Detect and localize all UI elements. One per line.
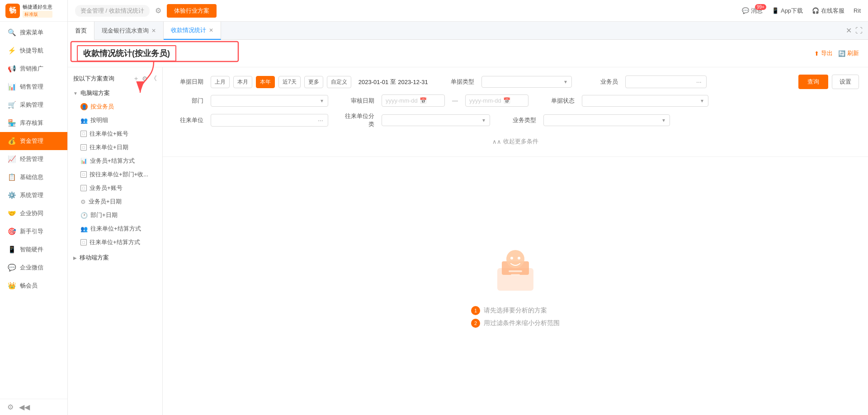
sidebar-item-basic[interactable]: 📋 基础信息 <box>0 168 67 186</box>
panel-item-partner-method1[interactable]: 👥 往来单位+结算方式 <box>68 222 162 236</box>
export-icon: ⬆ <box>814 50 819 57</box>
doc-type-chevron: ▾ <box>564 79 567 85</box>
message-btn[interactable]: 💬 消息 99+ <box>742 7 763 15</box>
page-header: 收款情况统计(按业务员) ⬆ 导出 🔄 刷新 <box>68 40 868 67</box>
calendar-icon2: 📅 <box>503 97 510 104</box>
sidebar-item-hardware[interactable]: 📱 智能硬件 <box>0 241 67 259</box>
sidebar-item-inventory[interactable]: 🏪 库存核算 <box>0 114 67 132</box>
query-btn[interactable]: 查询 <box>798 75 828 89</box>
salesman-select[interactable]: ··· <box>625 75 707 88</box>
salesman-more-icon[interactable]: ··· <box>696 78 702 85</box>
partner-more-icon[interactable]: ··· <box>318 117 323 124</box>
panel-item-partner-method2[interactable]: □ 往来单位+结算方式 <box>68 236 162 249</box>
sidebar-item-marketing[interactable]: 📢 营销推广 <box>0 60 67 78</box>
empty-tips: 1 请先选择要分析的方案 2 用过滤条件来缩小分析范围 <box>471 306 560 331</box>
header-settings-icon[interactable]: ⚙ <box>155 6 161 15</box>
sidebar-item-capital[interactable]: 💰 资金管理 <box>0 132 67 150</box>
panel-item-partner-dept[interactable]: □ 按往来单位+部门+收... <box>68 168 162 181</box>
custom-btn[interactable]: 自定义 <box>327 76 351 88</box>
salesman-label: 业务员 <box>586 78 618 86</box>
trial-btn[interactable]: 体验行业方案 <box>167 4 217 18</box>
panel-item-dept-date[interactable]: 🕐 部门+日期 <box>68 208 162 222</box>
partner-category-select[interactable]: ▾ <box>382 114 490 126</box>
filter-row-3: 往来单位 ··· 往来单位分类 ▾ 业务类型 ▾ <box>172 112 859 128</box>
online-service-btn[interactable]: 🎧 在线客服 <box>812 7 844 15</box>
tab-bank-flow-close[interactable]: ✕ <box>151 28 156 34</box>
audit-to-input[interactable]: yyyy-mm-dd 📅 <box>465 94 528 107</box>
sidebar-item-operation[interactable]: 📈 经营管理 <box>0 150 67 168</box>
more-btn[interactable]: 更多 <box>304 76 323 88</box>
page-actions: ⬆ 导出 🔄 刷新 <box>814 49 859 57</box>
panel-header-actions: ＋ ⚙ 《 <box>133 75 157 83</box>
service-icon: 🎧 <box>812 7 819 14</box>
panel-item-salesman-method[interactable]: 📊 业务员+结算方式 <box>68 154 162 168</box>
mobile-section-title[interactable]: ▶ 移动端方案 <box>68 251 162 264</box>
username-display[interactable]: Rit <box>854 7 861 14</box>
sidebar-footer: ⚙ ◀◀ <box>0 399 67 415</box>
refresh-btn[interactable]: 🔄 刷新 <box>838 49 859 57</box>
panel-collapse-btn[interactable]: 《 <box>151 75 157 83</box>
tab-receipt-stats-close[interactable]: ✕ <box>209 27 213 33</box>
salesman-date-icon: ⚙ <box>80 198 86 205</box>
panel-header-label: 按以下方案查询 <box>73 75 114 83</box>
partner-label: 往来单位 <box>172 116 203 124</box>
empty-state: 1 请先选择要分析的方案 2 用过滤条件来缩小分析范围 <box>163 157 868 415</box>
sidebar-item-guide[interactable]: 🎯 新手引导 <box>0 222 67 241</box>
sidebar-item-member[interactable]: 👑 畅会员 <box>0 277 67 295</box>
desktop-section-title[interactable]: ▼ 电脑端方案 <box>68 86 162 100</box>
dept-select[interactable]: ▾ <box>211 95 328 107</box>
doc-status-select[interactable]: ▾ <box>582 95 708 107</box>
main-content: 资金管理 / 收款情况统计 ⚙ 体验行业方案 💬 消息 99+ 📱 App下载 … <box>68 0 868 415</box>
sidebar-item-purchase[interactable]: 🛒 采购管理 <box>0 96 67 114</box>
panel-item-salesman-account[interactable]: □ 业务员+账号 <box>68 181 162 195</box>
filter-area: 单据日期 上月 本月 本年 近7天 更多 自定义 2023-01-01 至 <box>163 67 868 157</box>
panel-add-btn[interactable]: ＋ <box>133 75 139 83</box>
partner-category-chevron: ▾ <box>482 117 485 123</box>
empty-tip-2: 2 用过滤条件来缩小分析范围 <box>471 319 560 328</box>
date-label: 单据日期 <box>172 78 203 86</box>
sidebar-item-sales[interactable]: 📊 销售管理 <box>0 78 67 96</box>
tabs-bar: 首页 现金银行流水查询 ✕ 收款情况统计 ✕ ✕ ⛶ <box>68 22 868 40</box>
svg-point-3 <box>510 257 513 259</box>
content-body: 按以下方案查询 ＋ ⚙ 《 ▼ 电脑端方案 👤 按业务员 <box>68 67 868 415</box>
partner-select[interactable]: ··· <box>211 114 328 127</box>
tab-close-all-icon[interactable]: ✕ <box>846 26 852 35</box>
tab-receipt-stats[interactable]: 收款情况统计 ✕ <box>164 22 221 40</box>
dept-date-icon: 🕐 <box>80 212 88 219</box>
sidebar-item-search-menu[interactable]: 🔍 搜索菜单 <box>0 24 67 42</box>
dept-chevron: ▾ <box>321 98 323 104</box>
operation-icon: 📈 <box>7 155 16 164</box>
app-download-btn[interactable]: 📱 App下载 <box>772 7 803 15</box>
sidebar-settings-btn[interactable]: ⚙ <box>7 403 14 411</box>
tab-home[interactable]: 首页 <box>68 22 94 40</box>
export-btn[interactable]: ⬆ 导出 <box>814 49 833 57</box>
sidebar-item-quick-nav[interactable]: ⚡ 快捷导航 <box>0 42 67 60</box>
audit-from-input[interactable]: yyyy-mm-dd 📅 <box>382 94 445 107</box>
panel-settings-btn[interactable]: ⚙ <box>142 75 148 82</box>
tab-maximize-icon[interactable]: ⛶ <box>855 27 863 35</box>
calendar-icon: 📅 <box>420 97 427 104</box>
business-type-label: 业务类型 <box>505 116 536 124</box>
last-month-btn[interactable]: 上月 <box>211 76 230 88</box>
sidebar-item-system[interactable]: ⚙️ 系统管理 <box>0 186 67 204</box>
panel-item-salesman-date[interactable]: ⚙ 业务员+日期 <box>68 195 162 208</box>
date-range-display: 2023-01-01 至 2023-12-31 <box>359 78 428 86</box>
collapse-more-btn[interactable]: ∧∧ 收起更多条件 <box>172 134 859 149</box>
sidebar-collapse-btn[interactable]: ◀◀ <box>19 403 30 411</box>
sidebar-item-enterprise[interactable]: 🤝 企业协同 <box>0 204 67 222</box>
business-type-select[interactable]: ▾ <box>543 114 670 126</box>
panel-item-by-salesman[interactable]: 👤 按业务员 <box>68 100 162 113</box>
doc-type-select[interactable]: ▾ <box>481 76 572 88</box>
sidebar-item-wechat[interactable]: 💬 企业微信 <box>0 259 67 277</box>
panel-item-by-detail[interactable]: 👥 按明细 <box>68 113 162 127</box>
this-month-btn[interactable]: 本月 <box>233 76 252 88</box>
panel-item-partner-date[interactable]: □ 往来单位+日期 <box>68 141 162 154</box>
purchase-icon: 🛒 <box>7 100 16 109</box>
desktop-section: ▼ 电脑端方案 👤 按业务员 👥 按明细 □ 往来单位+账号 <box>68 86 162 249</box>
last7days-btn[interactable]: 近7天 <box>278 76 301 88</box>
this-year-btn[interactable]: 本年 <box>256 76 275 88</box>
tab-bank-flow[interactable]: 现金银行流水查询 ✕ <box>94 22 164 40</box>
panel-item-partner-account[interactable]: □ 往来单位+账号 <box>68 127 162 141</box>
logo-icon: 畅 <box>5 4 20 18</box>
settings-btn[interactable]: 设置 <box>832 75 859 89</box>
